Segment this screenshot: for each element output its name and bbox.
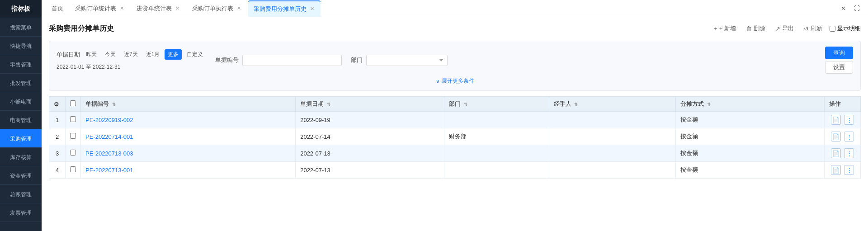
date-btn-yesterday[interactable]: 昨天 (83, 49, 100, 60)
refresh-button[interactable]: ↺ 刷新 (801, 23, 825, 34)
row-splitmethod-2: 按金额 (675, 128, 824, 145)
tab-cost-split[interactable]: 采购费用分摊单历史 ✕ (248, 0, 321, 17)
row-docno-1: PE-20220919-002 (81, 112, 296, 128)
tab-close-purchase-exec[interactable]: ✕ (236, 5, 242, 12)
select-all-checkbox[interactable] (70, 100, 76, 106)
search-field-dept: 部门 财务部 (351, 55, 448, 66)
th-action: 操作 (825, 97, 861, 112)
docno-input[interactable] (242, 55, 342, 66)
page-header: 采购费用分摊单历史 + + 新增 🗑 删除 ↗ 导出 ↺ 刷新 (49, 23, 861, 34)
row-dept-2: 财务部 (444, 128, 549, 145)
th-docno[interactable]: 单据编号 ⇅ (81, 97, 296, 112)
row-num-1: 1 (49, 112, 66, 128)
sidebar-item-purchase[interactable]: 采购管理 (0, 129, 42, 148)
th-handler[interactable]: 经手人 ⇅ (549, 97, 675, 112)
row-dept-4 (444, 162, 549, 179)
view-btn-4[interactable]: 📄 (831, 165, 841, 175)
sidebar: 指标板 搜索菜单 快捷导航 零售管理 批发管理 小畅电商 电商管理 采购管理 库… (0, 0, 42, 231)
dept-label: 部门 (351, 56, 363, 64)
row-checkbox-2 (66, 128, 81, 145)
expand-more-btn[interactable]: ∨ 展开更多条件 (57, 77, 853, 85)
row-num-4: 4 (49, 162, 66, 179)
row-handler-3 (549, 145, 675, 162)
row-splitmethod-1: 按金额 (675, 112, 824, 128)
date-btn-custom[interactable]: 自定义 (184, 49, 206, 60)
sidebar-item-ecommerce[interactable]: 电商管理 (0, 111, 42, 129)
docno-link-3[interactable]: PE-20220713-003 (85, 150, 133, 157)
view-btn-1[interactable]: 📄 (831, 115, 841, 125)
sidebar-item-ledger[interactable]: 总账管理 (0, 185, 42, 203)
row-check-2[interactable] (70, 133, 76, 139)
docno-link-4[interactable]: PE-20220713-001 (85, 167, 133, 174)
table-row: 4 PE-20220713-001 2022-07-13 按金额 📄 ⋮ (49, 162, 861, 179)
tab-expand-btn[interactable]: ⛶ (850, 3, 863, 14)
tab-purchase-stat[interactable]: 采购订单统计表 ✕ (70, 0, 130, 17)
sidebar-item-retail[interactable]: 零售管理 (0, 55, 42, 74)
row-docdate-4: 2022-07-13 (296, 162, 444, 179)
data-table: ⚙ 单据编号 ⇅ 单据日期 ⇅ 部门 ⇅ (49, 96, 861, 179)
row-check-4[interactable] (70, 166, 76, 172)
tab-home[interactable]: 首页 (46, 0, 69, 17)
th-settings[interactable]: ⚙ (49, 97, 66, 112)
row-checkbox-3 (66, 145, 81, 162)
date-btn-more[interactable]: 更多 (165, 49, 182, 60)
tab-close-goods-stat[interactable]: ✕ (175, 5, 180, 12)
show-columns-checkbox[interactable] (830, 26, 835, 32)
sort-dept-icon: ⇅ (464, 102, 467, 107)
sidebar-item-mini[interactable]: 小畅电商 (0, 92, 42, 111)
add-button[interactable]: + + 新增 (711, 23, 739, 34)
view-btn-2[interactable]: 📄 (831, 132, 841, 141)
row-docdate-1: 2022-09-19 (296, 112, 444, 128)
search-area: 单据日期 昨天 今天 近7天 近1月 更多 自定义 2022-01-01 至 2… (49, 41, 861, 91)
docno-link-1[interactable]: PE-20220919-002 (85, 117, 133, 123)
delete-button[interactable]: 🗑 删除 (743, 23, 768, 34)
date-btn-7days[interactable]: 近7天 (121, 49, 141, 60)
settings-icon: ⚙ (54, 101, 59, 108)
view-btn-3[interactable]: 📄 (831, 148, 841, 158)
tab-close-cost-split[interactable]: ✕ (309, 5, 315, 12)
export-icon: ↗ (775, 25, 780, 32)
tab-close-purchase-stat[interactable]: ✕ (119, 5, 125, 12)
th-splitmethod[interactable]: 分摊方式 ⇅ (675, 97, 824, 112)
date-btn-today[interactable]: 今天 (102, 49, 119, 60)
more-btn-3[interactable]: ⋮ (844, 148, 854, 158)
th-dept[interactable]: 部门 ⇅ (444, 97, 549, 112)
tab-goods-stat[interactable]: 进货单统计表 ✕ (131, 0, 186, 17)
page-title: 采购费用分摊单历史 (49, 24, 114, 33)
show-columns-checkbox-label[interactable]: 显示明细 (830, 24, 861, 33)
row-splitmethod-4: 按金额 (675, 162, 824, 179)
sort-split-icon: ⇅ (707, 102, 711, 107)
row-handler-1 (549, 112, 675, 128)
more-btn-1[interactable]: ⋮ (844, 115, 854, 125)
sidebar-item-wholesale[interactable]: 批发管理 (0, 74, 42, 92)
settings-button[interactable]: 设置 (825, 61, 853, 74)
more-btn-4[interactable]: ⋮ (844, 165, 854, 175)
docno-link-2[interactable]: PE-20220714-001 (85, 133, 133, 140)
table-row: 2 PE-20220714-001 2022-07-14 财务部 按金额 📄 ⋮ (49, 128, 861, 145)
sidebar-item-finance[interactable]: 资金管理 (0, 166, 42, 185)
sidebar-item-quick[interactable]: 快捷导航 (0, 37, 42, 55)
th-docdate[interactable]: 单据日期 ⇅ (296, 97, 444, 112)
sidebar-item-search[interactable]: 搜索菜单 (0, 18, 42, 37)
date-range-buttons: 昨天 今天 近7天 近1月 更多 自定义 (83, 49, 206, 60)
row-actions-1: 📄 ⋮ (825, 112, 861, 128)
sidebar-logo: 指标板 (0, 0, 42, 18)
tab-close-all-btn[interactable]: ✕ (837, 3, 849, 14)
row-check-1[interactable] (70, 116, 76, 122)
row-docno-3: PE-20220713-003 (81, 145, 296, 162)
row-docdate-3: 2022-07-13 (296, 145, 444, 162)
search-button[interactable]: 查询 (825, 47, 853, 59)
sidebar-item-inventory[interactable]: 库存核算 (0, 148, 42, 166)
sidebar-item-invoice[interactable]: 发票管理 (0, 203, 42, 222)
sort-docno-icon: ⇅ (112, 102, 116, 107)
row-check-3[interactable] (70, 150, 76, 156)
delete-icon: 🗑 (746, 25, 752, 32)
row-actions-2: 📄 ⋮ (825, 128, 861, 145)
tab-purchase-exec[interactable]: 采购订单执行表 ✕ (187, 0, 247, 17)
more-btn-2[interactable]: ⋮ (844, 132, 854, 141)
date-btn-1month[interactable]: 近1月 (143, 49, 163, 60)
row-splitmethod-3: 按金额 (675, 145, 824, 162)
export-button[interactable]: ↗ 导出 (773, 23, 797, 34)
th-check (66, 97, 81, 112)
dept-select[interactable]: 财务部 (366, 55, 448, 66)
